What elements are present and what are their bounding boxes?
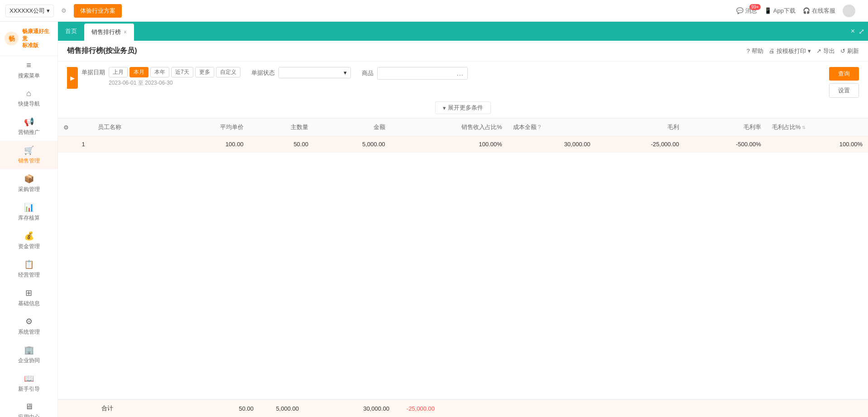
tab-bar-actions: × ⤢ [851, 27, 868, 36]
date-btn-last-month[interactable]: 上月 [109, 67, 128, 77]
query-button[interactable]: 查询 [829, 67, 859, 81]
user-avatar[interactable] [843, 5, 855, 17]
sidebar-item-purchase[interactable]: 📦 采购管理 [0, 169, 58, 198]
th-main-qty: 主数量 [249, 119, 314, 136]
filter-main-row: ▶ 单据日期 上月 本月 本年 近7天 更多 [67, 67, 859, 98]
status-select[interactable]: ▾ [278, 67, 351, 78]
sidebar-item-basic-info[interactable]: ⊞ 基础信息 [0, 283, 58, 312]
sidebar-label-sales: 销售管理 [18, 157, 40, 165]
sidebar-item-app-center[interactable]: 🖥 应用中心 [0, 398, 58, 417]
th-gross-pct: 毛利占比% ⇅ [767, 119, 868, 136]
tab-sales-rank[interactable]: 销售排行榜 × [84, 24, 134, 41]
table-settings-icon: ⚙ [63, 124, 69, 131]
date-btn-last-7days[interactable]: 近7天 [171, 67, 193, 77]
sidebar-label-purchase: 采购管理 [18, 186, 40, 193]
date-btn-this-year[interactable]: 本年 [150, 67, 169, 77]
page-actions: ? 帮助 🖨 按模板打印 ▾ ↗ 导出 ↺ [747, 47, 859, 55]
sidebar-item-quick-nav[interactable]: ⌂ 快捷导航 [0, 84, 58, 112]
sidebar-item-sales[interactable]: 🛒 销售管理 [0, 141, 58, 169]
sidebar-label-basic: 基础信息 [18, 300, 40, 307]
search-menu-icon: ≡ [26, 61, 31, 70]
goods-select[interactable]: … [377, 67, 468, 80]
sidebar-item-finance[interactable]: 💰 资金管理 [0, 226, 58, 255]
sidebar-label-quick: 快捷导航 [18, 100, 40, 108]
message-badge: 99+ [749, 4, 761, 10]
table-row: 1 100.00 50.00 5,000.00 100.00% 30,000.0… [58, 136, 868, 153]
template-print-button[interactable]: 🖨 按模板打印 ▾ [769, 47, 811, 55]
data-table: ⚙ 员工名称 平均单价 主数量 [58, 118, 868, 153]
app-download-btn[interactable]: 📱 App下载 [764, 7, 796, 15]
footer-main-qty: 50.00 [223, 405, 259, 412]
building-icon: 🏢 [24, 345, 34, 355]
tab-close-icon[interactable]: × [124, 29, 127, 35]
help-button[interactable]: ? 帮助 [747, 47, 763, 55]
date-btn-more[interactable]: 更多 [195, 67, 214, 77]
cell-employee [92, 136, 171, 153]
sidebar-label-guide: 新手引导 [18, 385, 40, 393]
sidebar-item-enterprise[interactable]: 🏢 企业协同 [0, 340, 58, 369]
expand-more-label: 展开更多条件 [448, 104, 483, 112]
cell-gross-rate: -500.00% [685, 136, 767, 153]
th-settings[interactable]: ⚙ [58, 119, 74, 136]
tab-home-label: 首页 [65, 27, 77, 35]
date-label: 单据日期 [82, 68, 105, 77]
megaphone-icon: 📢 [24, 117, 34, 127]
date-range-display: 2023-06-01 至 2023-06-30 [109, 80, 173, 86]
tab-home[interactable]: 首页 [58, 22, 84, 41]
chevron-down-icon: ▾ [47, 7, 50, 14]
sidebar-item-inventory[interactable]: 📊 库存核算 [0, 198, 58, 226]
trial-button[interactable]: 体验行业方案 [74, 4, 122, 18]
filter-actions: 查询 设置 [829, 67, 859, 98]
date-btn-custom[interactable]: 自定义 [216, 67, 240, 77]
body-area: 畅 畅康通好生意 标准版 ≡ 搜索菜单 ⌂ 快捷导航 📢 营销推广 🛒 [0, 22, 868, 417]
expand-more-button[interactable]: ▾ 展开更多条件 [435, 101, 491, 114]
refresh-button[interactable]: ↺ 刷新 [840, 47, 859, 55]
th-gross-rate: 毛利率 [685, 119, 767, 136]
scroll-arrow[interactable]: ▶ [67, 67, 78, 89]
top-bar: XXXXXX公司 ▾ ⚙ 体验行业方案 💬 消息 99+ 📱 App下载 🎧 在… [0, 0, 868, 22]
cost-help-icon[interactable]: ? [538, 124, 541, 130]
sidebar-item-marketing[interactable]: 📢 营销推广 [0, 112, 58, 141]
sidebar-label-system: 系统管理 [18, 328, 40, 336]
cell-amount: 5,000.00 [314, 136, 391, 153]
svg-text:畅: 畅 [9, 35, 15, 42]
th-rank [74, 119, 92, 136]
chart-icon: 📊 [24, 202, 34, 212]
sidebar-label-ops: 经营管理 [18, 271, 40, 279]
goods-label: 商品 [362, 69, 374, 77]
app-download-label: App下载 [773, 7, 796, 15]
goods-filter-group: 商品 … [362, 67, 468, 80]
top-bar-left: XXXXXX公司 ▾ ⚙ 体验行业方案 [5, 4, 122, 18]
sidebar-item-search-order[interactable]: ≡ 搜索菜单 [0, 56, 58, 84]
cell-settings [58, 136, 74, 153]
cell-sales-pct: 100.00% [391, 136, 508, 153]
sidebar-item-operations[interactable]: 📋 经营管理 [0, 255, 58, 283]
cell-main-qty: 50.00 [249, 136, 314, 153]
sidebar-item-system[interactable]: ⚙ 系统管理 [0, 312, 58, 340]
sidebar-label-app: 应用中心 [18, 413, 40, 417]
top-settings-icon[interactable]: ⚙ [58, 5, 70, 17]
export-button[interactable]: ↗ 导出 [816, 47, 835, 55]
clipboard-icon: 📋 [24, 259, 34, 269]
date-filter-group: ▶ 单据日期 上月 本月 本年 近7天 更多 [67, 67, 240, 89]
gross-pct-sort-icon[interactable]: ⇅ [802, 125, 806, 130]
date-btn-this-month[interactable]: 本月 [129, 67, 149, 77]
expand-more-row: ▾ 展开更多条件 [67, 98, 859, 114]
goods-more-icon[interactable]: … [456, 69, 464, 77]
export-icon: ↗ [816, 48, 821, 54]
sidebar-item-guide[interactable]: 📖 新手引导 [0, 369, 58, 398]
money-icon: 💰 [24, 231, 34, 241]
footer-total-row: 合计 50.00 5,000.00 30,000.00 -25,000.00 [63, 404, 863, 412]
company-selector[interactable]: XXXXXX公司 ▾ [5, 5, 54, 17]
cell-cost-amount: 30,000.00 [508, 136, 596, 153]
footer-cost: 30,000.00 [350, 405, 395, 412]
message-area[interactable]: 💬 消息 99+ [736, 7, 757, 15]
sidebar-label-enterprise: 企业协同 [18, 357, 40, 364]
filter-settings-button[interactable]: 设置 [829, 83, 859, 98]
status-filter-group: 单据状态 ▾ [251, 67, 351, 78]
refresh-icon: ↺ [840, 48, 845, 54]
online-service-btn[interactable]: 🎧 在线客服 [803, 7, 835, 15]
question-circle-icon: ? [747, 48, 750, 54]
close-window-icon[interactable]: × [851, 27, 855, 35]
maximize-icon[interactable]: ⤢ [858, 27, 864, 36]
